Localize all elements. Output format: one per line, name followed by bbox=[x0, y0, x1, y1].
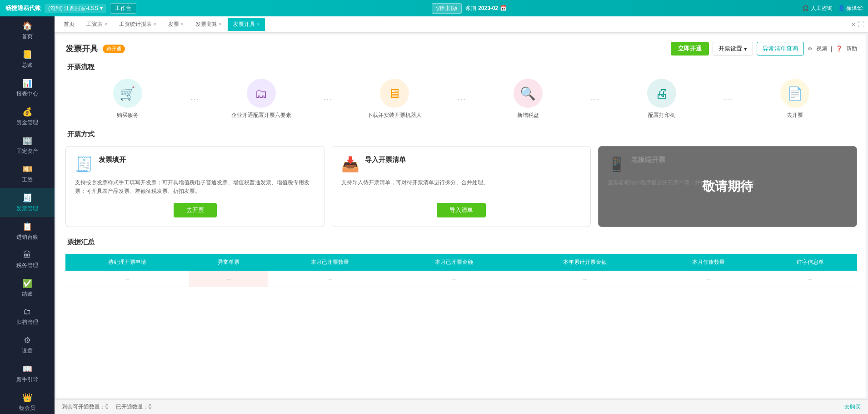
headset-icon: 🎧 bbox=[802, 5, 809, 11]
flow-step-1: 🛒 购买服务 bbox=[65, 79, 190, 119]
summary-section-title: 票据汇总 bbox=[65, 238, 857, 247]
sidebar-item-closing[interactable]: ✅ 结账 bbox=[0, 274, 55, 303]
step-label-4: 新增税盘 bbox=[517, 111, 539, 119]
tab-close-invoice-issue[interactable]: × bbox=[257, 22, 259, 27]
step-icon-issue: 📄 bbox=[780, 79, 809, 108]
switch-old-button[interactable]: 切到旧版 bbox=[432, 3, 462, 14]
import-list-button[interactable]: 导入清单 bbox=[437, 203, 486, 217]
service-button[interactable]: 🎧 人工咨询 bbox=[802, 5, 832, 12]
flow-arrow-4: ⋯ bbox=[590, 94, 599, 105]
open-settings-button[interactable]: 开票设置 ▾ bbox=[713, 42, 753, 56]
col-header-abnormal: 异常单票 bbox=[189, 254, 268, 271]
import-icon: 📥 bbox=[341, 156, 359, 173]
step-label-5: 配置打印机 bbox=[648, 111, 675, 119]
calendar-icon[interactable]: 📅 bbox=[500, 5, 507, 11]
sidebar-item-ledger[interactable]: 📒 总账 bbox=[0, 45, 55, 74]
sidebar-item-label: 结账 bbox=[22, 290, 33, 298]
sidebar-item-guide[interactable]: 📖 新手引导 bbox=[0, 359, 55, 388]
page-title-area: 发票开具 待开通 bbox=[65, 43, 125, 54]
remaining-quota: 剩余可开通数量：0 bbox=[62, 403, 109, 411]
tab-close-invoice-calc[interactable]: × bbox=[219, 22, 222, 27]
sidebar-item-payroll[interactable]: 💴 工资 bbox=[0, 160, 55, 188]
sidebar-item-label: 工资 bbox=[22, 176, 33, 184]
tab-invoice[interactable]: 发票 × bbox=[163, 18, 189, 31]
method-title-2: 导入开票清单 bbox=[365, 156, 406, 164]
ledger-icon: 📒 bbox=[22, 50, 32, 60]
sidebar-item-archive[interactable]: 🗂 归档管理 bbox=[0, 303, 55, 331]
go-purchase-link[interactable]: 去购买 bbox=[844, 403, 861, 411]
method-card-header-2: 📥 导入开票清单 bbox=[341, 156, 581, 173]
cell-red-info: -- bbox=[763, 271, 857, 287]
abnormal-list-button[interactable]: 异常清单查询 bbox=[757, 42, 804, 56]
summary-table: 待处理开票申请 异常单票 本月已开票数量 本月已开票金额 本年累计开票金额 本月… bbox=[65, 254, 857, 287]
sidebar-item-funds[interactable]: 💰 资金管理 bbox=[0, 102, 55, 131]
sidebar-item-reports[interactable]: 📊 报表中心 bbox=[0, 74, 55, 102]
period-label: 账期 2023-02 📅 bbox=[465, 5, 507, 12]
step-label-1: 购买服务 bbox=[117, 111, 139, 119]
status-badge: 待开通 bbox=[103, 45, 125, 53]
user-avatar[interactable]: 👤 徐泽华 bbox=[838, 5, 863, 12]
sidebar-item-assets[interactable]: 🏢 固定资产 bbox=[0, 131, 55, 160]
tab-close-payroll-report[interactable]: × bbox=[154, 22, 156, 27]
step-label-6: 去开票 bbox=[787, 111, 803, 119]
step-icon-printer: 🖨 bbox=[647, 79, 676, 108]
step-icon-taxdisk: 🔍 bbox=[514, 79, 543, 108]
sidebar-item-settings[interactable]: ⚙ 设置 bbox=[0, 331, 55, 359]
sidebar-item-home[interactable]: 🏠 首页 bbox=[0, 16, 55, 45]
col-header-month-amount: 本月已开票金额 bbox=[392, 254, 516, 271]
method-action-2: 导入清单 bbox=[341, 203, 581, 217]
sidebar-item-invoice[interactable]: 🧾 发票管理 bbox=[0, 188, 55, 217]
sidebar-item-label: 设置 bbox=[22, 347, 33, 355]
close-all-tabs-button[interactable]: ✕ bbox=[851, 21, 856, 28]
workbench-button[interactable]: 工作台 bbox=[110, 3, 136, 14]
top-bar-right: 🎧 人工咨询 👤 徐泽华 bbox=[802, 5, 863, 12]
methods-section-title: 开票方式 bbox=[65, 130, 857, 139]
tab-payroll-report[interactable]: 工资统计报表 × bbox=[114, 18, 162, 31]
funds-icon: 💰 bbox=[22, 107, 32, 117]
flow-arrow-3: ⋯ bbox=[457, 94, 466, 105]
archive-icon: 🗂 bbox=[23, 307, 31, 317]
sidebar-item-label: 报表中心 bbox=[16, 90, 38, 98]
sidebar-item-tax[interactable]: 🏛 税务管理 bbox=[0, 246, 55, 274]
method-card-boss: 📱 老板端开票 查看老板端小程序提交的开票申请，并作出相应处理查看老板... 敬… bbox=[598, 146, 857, 227]
open-now-button[interactable]: 立即开通 bbox=[671, 42, 709, 56]
tab-bar: 首页 工资表 × 工资统计报表 × 发票 × 发票测算 × 发票开具 × bbox=[55, 16, 868, 33]
assets-icon: 🏢 bbox=[22, 136, 32, 146]
sidebar-item-sales[interactable]: 📋 进销台账 bbox=[0, 217, 55, 246]
summary-section: 票据汇总 待处理开票申请 异常单票 本月已开票数量 本月已开票金额 本年累计开票… bbox=[65, 238, 857, 287]
go-issue-button[interactable]: 去开票 bbox=[174, 203, 217, 217]
company-selector[interactable]: (勾到) 江西服室-LSS ▾ bbox=[45, 4, 106, 13]
sidebar-item-label: 进销台账 bbox=[16, 233, 38, 241]
flow-step-2: 🗂 企业开通配置开票六要素 bbox=[199, 79, 324, 119]
restore-tab-button[interactable]: ⛶ bbox=[858, 21, 864, 28]
method-title-1: 发票填开 bbox=[99, 156, 126, 164]
summary-row: -- -- -- -- -- -- -- bbox=[65, 271, 857, 287]
flow-step-6: 📄 去开票 bbox=[733, 79, 857, 119]
method-desc-2: 支持导入待开票清单，可对待开票清单进行拆分、合并处理。 bbox=[341, 178, 581, 196]
header-help: ⚙ 视频 | ❓ 帮助 bbox=[808, 45, 857, 53]
opened-quota: 已开通数量：0 bbox=[116, 403, 152, 411]
sidebar-item-label: 总账 bbox=[22, 61, 33, 69]
top-bar-center: 切到旧版 账期 2023-02 📅 bbox=[432, 3, 507, 14]
tab-invoice-issue[interactable]: 发票开具 × bbox=[228, 18, 265, 31]
top-bar: 畅捷通易代账 (勾到) 江西服室-LSS ▾ 工作台 切到旧版 账期 2023-… bbox=[0, 0, 868, 16]
tab-actions: ✕ ⛶ bbox=[851, 21, 864, 28]
method-action-1: 去开票 bbox=[75, 203, 315, 217]
cell-abnormal: -- bbox=[189, 271, 268, 287]
sidebar-item-vip[interactable]: 👑 畅会员 bbox=[0, 388, 55, 414]
settings-help-icon[interactable]: ⚙ bbox=[808, 45, 813, 52]
guide-icon: 📖 bbox=[22, 364, 32, 374]
tab-home[interactable]: 首页 bbox=[58, 18, 80, 31]
tab-close-payroll[interactable]: × bbox=[105, 22, 107, 27]
col-header-void-count: 本月作废数量 bbox=[654, 254, 763, 271]
coming-soon-text: 敬请期待 bbox=[702, 178, 753, 195]
tab-close-invoice[interactable]: × bbox=[181, 22, 184, 27]
chevron-down-icon: ▾ bbox=[744, 45, 747, 52]
payroll-icon: 💴 bbox=[22, 164, 32, 174]
tab-payroll-table[interactable]: 工资表 × bbox=[81, 18, 113, 31]
cell-year-amount: -- bbox=[516, 271, 654, 287]
tab-invoice-calc[interactable]: 发票测算 × bbox=[190, 18, 227, 31]
page-title: 发票开具 bbox=[65, 43, 98, 54]
flow-arrow-5: ⋯ bbox=[723, 94, 733, 105]
closing-icon: ✅ bbox=[22, 278, 32, 288]
